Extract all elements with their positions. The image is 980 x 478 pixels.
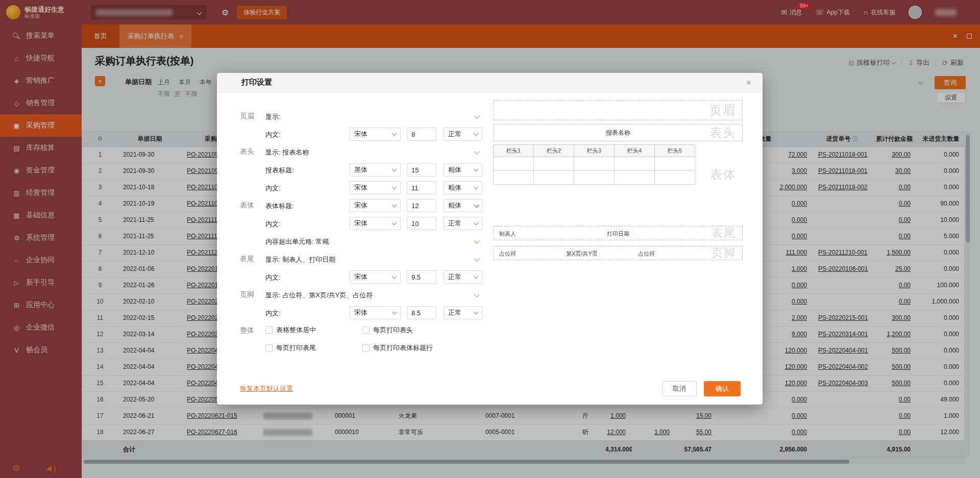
font-weight-select[interactable]: 粗体	[444, 181, 482, 194]
body-title-label: 表体标题:	[265, 202, 294, 211]
preview-grid-row	[494, 171, 743, 185]
body-text-label: 内文:	[265, 130, 281, 139]
font-select[interactable]: 宋体	[350, 217, 401, 230]
preview-page-info: 第X页/共Y页	[566, 250, 598, 258]
reset-defaults-link[interactable]: 恢复本页默认设置	[240, 384, 293, 393]
preview-maker-label: 制表人	[499, 230, 516, 238]
checkbox-print-footer-each-page[interactable]: 每页打印表尾	[265, 343, 316, 353]
preview-page-footer-zone: 占位符 第X页/共Y页 占位符 页脚	[494, 246, 743, 260]
chevron-down-icon	[474, 309, 479, 314]
chevron-down-icon	[392, 220, 397, 225]
section-label-table-footer: 表尾	[240, 255, 254, 264]
preview-empty-cell	[654, 170, 695, 185]
font-weight-select[interactable]: 粗体	[444, 163, 482, 177]
print-preview: 页眉 报表名称 表头 栏头1栏头2栏头3栏头4栏头5 表体 制表人 打印日期 表…	[494, 100, 743, 260]
dialog-title: 打印设置	[241, 78, 272, 87]
chevron-down-icon	[392, 131, 397, 136]
cancel-button[interactable]: 取消	[662, 381, 697, 396]
preview-table-body-zone: 栏头1栏头2栏头3栏头4栏头5 表体	[494, 145, 743, 206]
preview-empty-cell	[533, 170, 574, 185]
display-label: 显示:	[265, 112, 281, 121]
preview-empty-cell	[574, 157, 615, 171]
preview-empty-cell	[493, 170, 534, 185]
body-text-label: 内文:	[265, 184, 281, 193]
confirm-button[interactable]: 确认	[704, 381, 741, 396]
chevron-down-icon	[474, 131, 479, 136]
collapse-chevron-icon[interactable]	[474, 256, 479, 261]
font-size-input[interactable]: 10	[407, 217, 436, 230]
preview-table-footer-zone: 制表人 打印日期 表尾	[494, 226, 743, 240]
font-select[interactable]: 宋体	[350, 306, 401, 319]
preview-empty-cell	[533, 157, 574, 171]
body-text-label: 内文:	[265, 309, 281, 318]
chevron-down-icon[interactable]	[474, 238, 479, 243]
page-footer-watermark: 页脚	[712, 245, 736, 261]
dialog-header: 打印设置 ×	[217, 73, 763, 92]
font-weight-select[interactable]: 正常	[444, 217, 482, 230]
preview-column-header: 栏头4	[614, 144, 655, 157]
chevron-down-icon	[392, 202, 397, 207]
collapse-chevron-icon[interactable]	[474, 113, 479, 118]
font-select[interactable]: 宋体	[350, 128, 401, 141]
font-size-input[interactable]: 8	[407, 128, 436, 141]
font-select[interactable]: 宋体	[350, 270, 401, 284]
display-label: 显示: 报表名称	[265, 148, 309, 157]
font-size-input[interactable]: 12	[407, 199, 436, 212]
report-title-label: 报表标题:	[265, 166, 294, 175]
checkbox-icon	[362, 326, 370, 334]
preview-grid-row	[494, 157, 743, 171]
overflow-mode-label[interactable]: 内容超出单元格: 常规	[265, 237, 329, 246]
display-label: 显示: 制表人、打印日期	[265, 255, 335, 264]
chevron-down-icon	[392, 166, 397, 171]
preview-column-header: 栏头5	[654, 144, 695, 157]
collapse-chevron-icon[interactable]	[474, 291, 479, 297]
dialog-footer: 恢复本页默认设置 取消 确认	[240, 381, 741, 396]
preview-column-header: 栏头3	[574, 144, 615, 157]
section-label-overall: 整体	[240, 326, 254, 335]
chevron-down-icon	[392, 273, 397, 279]
chevron-down-icon	[474, 273, 479, 279]
font-size-input[interactable]: 11	[407, 181, 436, 194]
table-body-watermark: 表体	[710, 166, 737, 183]
preview-placeholder-right: 占位符	[638, 250, 655, 258]
checkbox-icon	[265, 344, 273, 351]
preview-report-title-zone: 报表名称 表头	[494, 124, 743, 141]
print-settings-dialog: 打印设置 × 页眉 显示: 内文: 宋体 8 正常 表头 显示: 报表名称	[217, 73, 763, 405]
section-label-table-header: 表头	[240, 147, 254, 157]
font-select[interactable]: 宋体	[350, 199, 401, 212]
table-header-watermark: 表头	[709, 124, 736, 141]
preview-placeholder-left: 占位符	[499, 250, 516, 258]
section-label-page-header: 页眉	[240, 112, 254, 121]
font-size-input[interactable]: 9.5	[407, 270, 436, 284]
checkbox-center-table[interactable]: 表格整体居中	[265, 325, 316, 335]
checkbox-print-header-each-page[interactable]: 每页打印表头	[362, 325, 413, 335]
section-label-page-footer: 页脚	[240, 290, 254, 299]
collapse-chevron-icon[interactable]	[474, 148, 479, 154]
font-weight-select[interactable]: 正常	[444, 306, 482, 319]
table-footer-watermark: 表尾	[712, 225, 736, 241]
page-header-watermark: 页眉	[709, 102, 736, 118]
app-root: 畅捷通好生意 标准版 ⚙ 体验行业方案 ✉ 消息 99+ ☏ App下载 ∩ 在…	[0, 0, 980, 478]
preview-report-name: 报表名称	[606, 129, 630, 137]
preview-column-header: 栏头2	[533, 144, 574, 157]
preview-empty-cell	[654, 157, 695, 171]
body-text-label: 内文:	[265, 273, 281, 282]
print-settings-form: 页眉 显示: 内文: 宋体 8 正常 表头 显示: 报表名称 报表标题: 黑体 …	[217, 108, 493, 358]
preview-grid-header-row: 栏头1栏头2栏头3栏头4栏头5	[494, 145, 743, 157]
font-weight-select[interactable]: 正常	[444, 128, 482, 141]
section-label-table-body: 表体	[240, 201, 254, 210]
preview-empty-cell	[493, 157, 534, 171]
preview-empty-cell	[614, 170, 655, 185]
preview-column-header: 栏头1	[493, 144, 534, 157]
preview-page-header-zone: 页眉	[494, 100, 743, 120]
font-weight-select[interactable]: 正常	[444, 270, 482, 284]
font-select[interactable]: 宋体	[350, 181, 401, 194]
close-icon[interactable]: ×	[746, 78, 751, 88]
font-size-input[interactable]: 8.5	[407, 306, 436, 319]
chevron-down-icon	[474, 220, 479, 225]
font-size-input[interactable]: 15	[407, 163, 436, 177]
preview-grid: 栏头1栏头2栏头3栏头4栏头5	[494, 145, 743, 185]
font-select[interactable]: 黑体	[350, 163, 401, 177]
preview-empty-cell	[614, 157, 655, 171]
checkbox-print-body-title-each-page[interactable]: 每页打印表体标题行	[362, 343, 433, 353]
